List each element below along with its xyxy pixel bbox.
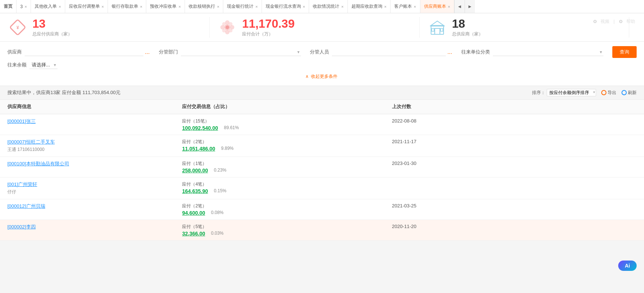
transaction-info-cell: 应付（15笔） 100,092,540.00 89.61% [182,118,392,131]
supplier-input[interactable] [25,48,143,56]
stats-bar: ¥ 13 总应付供应商（家） 11,170.39 应付合 [0,13,644,42]
data-table: 供应商信息 应付交易信息（占比） 上次付数 [000001]张三 应付（15笔）… [0,100,644,241]
help-link[interactable]: 帮助 [626,19,635,24]
tx-label: 应付（1笔） [182,161,392,167]
nav-tab-receipt-verify[interactable]: 收款核销执行 × [185,0,223,13]
nav-next-arrow[interactable]: ► [465,0,475,13]
close-icon[interactable]: × [303,4,305,9]
filter-row-2: 往来余额 请选择... [7,61,637,69]
tx-amount-row: 32,366.00 0.03% [182,230,392,237]
sort-select[interactable]: 按应付余额倒序排序 [547,89,596,96]
nav-tab-receipt-stats[interactable]: 收款情况统计 × [309,0,347,13]
close-icon[interactable]: × [102,4,104,9]
nav-tab-cash-flow-query[interactable]: 现金银行流水查询 × [262,0,309,13]
dept-select[interactable] [181,48,301,56]
nav-tab-ar-ap-adjust[interactable]: 应收应付调整单 × [65,0,108,13]
refresh-btn[interactable]: 刷新 [622,90,637,96]
supplier-link[interactable]: [000001]张三 [7,118,36,124]
tx-pct: 0.08% [211,210,224,215]
tx-amount[interactable]: 258,000.00 [182,168,208,173]
tx-amount[interactable]: 32,366.00 [182,231,205,237]
transaction-info-cell: 应付（4笔） 164,635.90 0.15% [182,181,392,194]
export-label: 导出 [608,90,616,96]
nav-tab-supplier-ledger[interactable]: 供应商账本 × [420,0,454,13]
collapse-button[interactable]: ∧ 收起更多条件 [7,72,637,81]
sort-label: 排序： [532,90,545,96]
total-suppliers-number: 18 [452,18,483,30]
supplier-info-cell: [000002]李四 [7,224,182,230]
close-icon[interactable]: × [140,4,142,9]
balance-select[interactable]: 请选择... [29,61,57,69]
svg-rect-12 [431,25,444,34]
svg-point-10 [222,29,226,32]
close-icon[interactable]: × [341,4,343,9]
tx-amount-row: 94,600.00 0.08% [182,209,392,216]
supplier-info-cell: [000007]恒旺二手叉车 王通 17106110000 [7,139,182,153]
tx-amount[interactable]: 100,092,540.00 [182,125,218,131]
supplier-link[interactable]: [000002]李四 [7,224,36,230]
nav-tab-customer-ledger[interactable]: 客户账本 × [391,0,420,13]
filter-dept: 分管部门 [159,48,301,56]
close-icon[interactable]: × [217,4,219,9]
category-select[interactable] [493,48,604,56]
refresh-icon [622,90,627,95]
last-payment-cell: 2021-11-17 [392,139,497,144]
nav-prev-arrow[interactable]: ◄ [454,0,465,13]
nav-tab-cash-bank-stats[interactable]: 现金银行统计 × [223,0,262,13]
table-row: [000100]本特勤油品有限公司 应付（1笔） 258,000.00 0.23… [0,157,644,177]
tx-amount[interactable]: 94,600.00 [182,210,205,216]
chevron-up-icon: ∧ [305,74,309,79]
table-row: [000002]李四 应付（5笔） 32,366.00 0.03% 2020-1… [0,220,644,241]
close-icon[interactable]: × [448,4,450,9]
query-button[interactable]: 查询 [612,46,637,58]
nav-tab-home[interactable]: 首页 [0,0,17,13]
tx-pct: 0.15% [214,188,227,193]
person-input[interactable] [332,48,446,56]
results-bar: 搜索结果中，供应商13家 应付金额 111,703,854.00元 排序： 按应… [0,86,644,100]
nav-tab-other-income[interactable]: 其他收入单 × [31,0,65,13]
tx-amount[interactable]: 164,635.90 [182,188,208,194]
supplier-link[interactable]: [000007]恒旺二手叉车 [7,139,55,145]
nav-tab-advance-offset[interactable]: 预收冲应收单 × [146,0,185,13]
tx-amount-row: 258,000.00 0.23% [182,167,392,173]
close-icon[interactable]: × [59,4,61,9]
svg-point-11 [225,25,229,29]
supplier-link[interactable]: [000012]广州贝瑞 [7,203,45,209]
person-dots-btn[interactable]: ... [447,49,452,55]
collapse-btn-label: 收起更多条件 [311,74,337,79]
tx-label: 应付（5笔） [182,224,392,230]
payable-suppliers-label: 总应付供应商（家） [32,31,72,37]
nav-tab-3[interactable]: 3 × [17,0,31,13]
nav-tab-overdue-query[interactable]: 超期应收款查询 × [348,0,391,13]
supplier-link[interactable]: [001]广州荣轩 [7,182,37,187]
transaction-info-cell: 应付（1笔） 258,000.00 0.23% [182,161,392,173]
close-icon[interactable]: × [255,4,258,9]
tx-label: 应付（4笔） [182,181,392,187]
last-payment-date: 2021-03-25 [392,201,417,208]
top-navigation: 首页 3 × 其他收入单 × 应收应付调整单 × 银行存取款单 × 预收冲应收单… [0,0,644,13]
close-icon[interactable]: × [414,4,416,9]
tx-amount-row: 100,092,540.00 89.61% [182,124,392,131]
close-icon[interactable]: × [178,4,181,9]
supplier-dots-btn[interactable]: ... [145,49,150,55]
svg-rect-14 [432,28,434,31]
transaction-info-cell: 应付（2笔） 11,051,486.00 9.89% [182,139,392,152]
tx-amount[interactable]: 11,051,486.00 [182,146,215,152]
last-payment-date: 2020-11-20 [392,222,417,229]
supplier-info-cell: [000012]广州贝瑞 [7,203,182,210]
total-suppliers-label: 总供应商（家） [452,31,483,37]
supplier-link[interactable]: [000100]本特勤油品有限公司 [7,161,69,166]
svg-point-9 [229,22,232,26]
table-row: [001]广州荣轩 仔仔 应付（4笔） 164,635.90 0.15% [0,177,644,199]
person-label: 分管人员 [310,49,329,55]
video-link[interactable]: 视频 [601,19,609,24]
tx-label: 应付（2笔） [182,139,392,145]
export-btn[interactable]: 导出 [601,90,616,96]
nav-tab-bank-deposit[interactable]: 银行存取款单 × [108,0,146,13]
svg-text:¥: ¥ [17,25,19,30]
close-icon[interactable]: × [384,4,386,9]
transaction-info-cell: 应付（2笔） 94,600.00 0.08% [182,203,392,216]
close-icon[interactable]: × [25,4,27,9]
table-body: [000001]张三 应付（15笔） 100,092,540.00 89.61%… [0,114,644,241]
svg-rect-13 [435,28,440,34]
